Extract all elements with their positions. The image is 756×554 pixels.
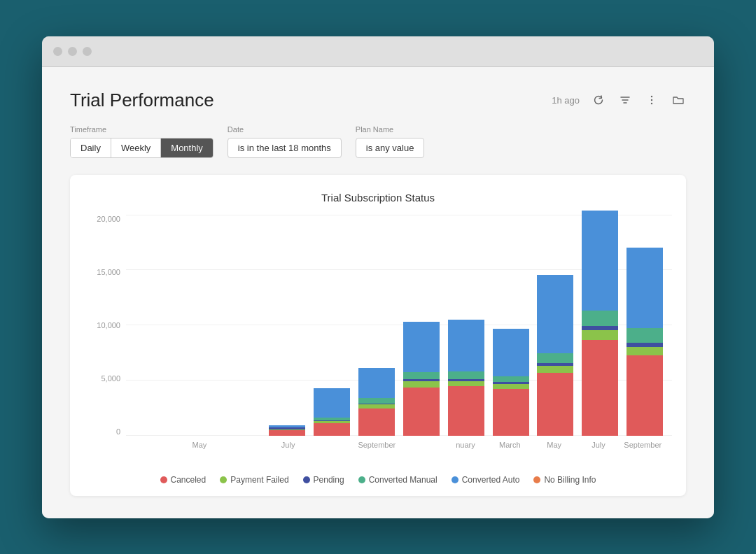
legend-label-canceled: Canceled bbox=[171, 475, 206, 485]
bar-seg-converted_manual bbox=[582, 311, 618, 326]
legend-item-payment_failed: Payment Failed bbox=[220, 475, 288, 485]
bar-seg-canceled bbox=[537, 373, 573, 435]
chart-inner: MayJulySeptembernuaryMarchMayJulySeptemb… bbox=[126, 215, 672, 453]
page-title: Trial Performance bbox=[70, 90, 214, 111]
chart-title: Trial Subscription Status bbox=[84, 192, 672, 204]
bar-group-10 bbox=[580, 211, 620, 436]
minimize-button[interactable] bbox=[68, 47, 77, 56]
x-label-8: March bbox=[499, 441, 521, 449]
bar-seg-converted_auto bbox=[448, 320, 484, 371]
bar-seg-converted_auto bbox=[403, 322, 440, 372]
bar-group-5 bbox=[356, 368, 397, 435]
x-label-9: May bbox=[547, 441, 561, 449]
bar-seg-payment_failed bbox=[626, 347, 663, 355]
timeframe-filter: Timeframe Daily Weekly Monthly bbox=[70, 125, 214, 158]
bar-seg-converted_manual bbox=[403, 372, 440, 379]
plan-filter: Plan Name is any value bbox=[356, 125, 425, 158]
bar-seg-canceled bbox=[403, 388, 440, 436]
header-actions: 1h ago bbox=[552, 92, 686, 108]
stacked-bar-7 bbox=[448, 320, 484, 435]
y-label-15k: 15,000 bbox=[84, 268, 120, 276]
legend-label-no_billing: No Billing Info bbox=[544, 475, 596, 485]
bar-seg-converted_manual bbox=[493, 376, 529, 383]
timeframe-label: Timeframe bbox=[70, 125, 214, 134]
x-label-3: July bbox=[281, 441, 295, 449]
x-label-7: nuary bbox=[456, 441, 475, 449]
bar-seg-converted_manual bbox=[537, 353, 573, 363]
bar-group-9 bbox=[535, 275, 575, 436]
svg-point-3 bbox=[651, 96, 652, 97]
x-label-group-8: March bbox=[488, 438, 532, 450]
stacked-bar-5 bbox=[358, 368, 395, 435]
y-label-20k: 20,000 bbox=[84, 215, 120, 223]
stacked-bar-10 bbox=[582, 211, 618, 436]
bar-group-7 bbox=[446, 320, 486, 435]
bar-seg-canceled bbox=[269, 430, 305, 435]
traffic-lights bbox=[53, 47, 92, 56]
bar-seg-converted_auto bbox=[626, 248, 663, 328]
legend-dot-converted_manual bbox=[358, 476, 365, 483]
header-row: Trial Performance 1h ago bbox=[70, 90, 686, 111]
bar-seg-canceled bbox=[493, 389, 529, 435]
svg-point-5 bbox=[651, 103, 652, 104]
bar-seg-converted_auto bbox=[537, 275, 573, 353]
bar-group-6 bbox=[401, 322, 442, 435]
chart-card: Trial Subscription Status 20,000 15,000 … bbox=[70, 175, 686, 496]
bar-seg-canceled bbox=[582, 340, 618, 435]
more-icon[interactable] bbox=[644, 92, 659, 108]
daily-button[interactable]: Daily bbox=[71, 138, 111, 157]
x-label-group-10: July bbox=[576, 438, 620, 450]
bar-seg-converted_manual bbox=[358, 398, 395, 403]
timestamp-label: 1h ago bbox=[552, 95, 580, 106]
legend-item-pending: Pending bbox=[303, 475, 344, 485]
legend-item-converted_auto: Converted Auto bbox=[451, 475, 520, 485]
y-label-0: 0 bbox=[84, 427, 120, 436]
x-label-1: May bbox=[192, 441, 207, 449]
bars-container bbox=[126, 215, 672, 436]
refresh-icon[interactable] bbox=[591, 92, 606, 108]
stacked-bar-8 bbox=[493, 329, 529, 435]
folder-icon[interactable] bbox=[671, 92, 686, 108]
plan-label: Plan Name bbox=[356, 125, 425, 134]
x-label-group-9: May bbox=[532, 438, 576, 450]
filter-icon[interactable] bbox=[617, 92, 633, 108]
maximize-button[interactable] bbox=[83, 47, 92, 56]
x-label-group-11: September bbox=[621, 438, 665, 450]
stacked-bar-6 bbox=[403, 322, 440, 435]
plan-select[interactable]: is any value bbox=[356, 138, 425, 158]
x-label-group-3: July bbox=[266, 438, 310, 450]
stacked-bar-9 bbox=[537, 275, 573, 436]
legend-dot-no_billing bbox=[533, 476, 540, 483]
bar-group-3 bbox=[267, 425, 307, 435]
x-label-11: September bbox=[624, 441, 662, 449]
bar-seg-converted_auto bbox=[358, 368, 395, 398]
legend-dot-payment_failed bbox=[220, 476, 227, 483]
chart-area: 20,000 15,000 10,000 5,000 0 bbox=[84, 215, 672, 453]
legend-dot-converted_auto bbox=[451, 476, 458, 483]
bar-seg-payment_failed bbox=[582, 330, 618, 340]
bar-group-8 bbox=[491, 329, 531, 435]
bar-seg-converted_auto bbox=[314, 388, 350, 418]
close-button[interactable] bbox=[53, 47, 62, 56]
y-axis: 20,000 15,000 10,000 5,000 0 bbox=[84, 215, 120, 453]
bar-seg-converted_manual bbox=[448, 371, 484, 379]
svg-point-4 bbox=[651, 99, 652, 101]
bar-seg-payment_failed bbox=[448, 381, 484, 386]
monthly-button[interactable]: Monthly bbox=[161, 138, 213, 157]
bar-seg-payment_failed bbox=[537, 366, 573, 373]
titlebar bbox=[42, 36, 714, 67]
weekly-button[interactable]: Weekly bbox=[111, 138, 161, 157]
legend-label-converted_manual: Converted Manual bbox=[369, 475, 438, 485]
legend-label-pending: Pending bbox=[314, 475, 344, 485]
bar-seg-converted_manual bbox=[626, 328, 663, 343]
stacked-bar-11 bbox=[626, 248, 663, 436]
legend-label-converted_auto: Converted Auto bbox=[462, 475, 520, 485]
date-select[interactable]: is in the last 18 months bbox=[227, 138, 342, 158]
bar-seg-canceled bbox=[314, 423, 350, 435]
x-label-group-7: nuary bbox=[443, 438, 487, 450]
x-labels: MayJulySeptembernuaryMarchMayJulySeptemb… bbox=[126, 436, 672, 453]
stacked-bar-4 bbox=[314, 388, 350, 436]
date-label: Date bbox=[227, 125, 342, 134]
legend: CanceledPayment FailedPendingConverted M… bbox=[84, 467, 672, 485]
browser-content: Trial Performance 1h ago bbox=[42, 67, 714, 518]
